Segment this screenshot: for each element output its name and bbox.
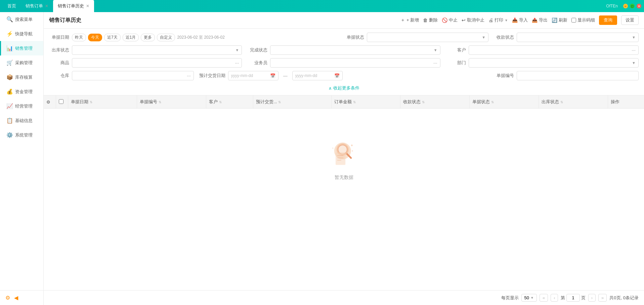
tab-sales-order[interactable]: 销售订单 ✕ [21, 0, 53, 12]
filter-row-2: 出库状态 ▼ 完成状态 ▼ 客户 ··· [49, 45, 639, 55]
collapse-up-icon: ∧ [329, 86, 332, 91]
display-cols-checkbox[interactable] [571, 18, 576, 23]
date-btn-custom[interactable]: 自定义 [157, 34, 175, 41]
date-btn-yesterday[interactable]: 昨天 [72, 34, 86, 41]
refresh-button[interactable]: 🔄 刷新 [552, 17, 567, 23]
new-icon: ＋ [400, 17, 405, 23]
expected-date-end-placeholder: yyyy-mm-dd [295, 73, 317, 78]
print-button[interactable]: 🖨 打印 ▼ [488, 17, 508, 23]
svg-point-10 [332, 148, 333, 149]
import-button[interactable]: 📥 导入 [512, 17, 528, 23]
first-page-button[interactable]: « [540, 294, 548, 302]
sidebar-item-basic-info[interactable]: 📋 基础信息 [0, 113, 43, 128]
date-btn-more[interactable]: 更多 [141, 34, 155, 41]
sidebar-item-finance[interactable]: 💰 资金管理 [0, 84, 43, 99]
last-page-button[interactable]: » [598, 294, 607, 302]
calendar-end-icon: 📅 [334, 73, 340, 78]
collapse-more-btn[interactable]: ∧ 收起更多条件 [49, 84, 639, 91]
minimize-button[interactable]: − [623, 4, 628, 8]
out-status-select[interactable]: ▼ [72, 45, 242, 55]
goods-dots: ··· [235, 60, 239, 66]
goods-input[interactable]: ··· [72, 58, 242, 68]
sort-delivery-icon: ⇅ [278, 100, 281, 104]
out-status-arrow: ▼ [235, 48, 239, 52]
pagination-bar: 每页显示 50 ▼ « ‹ 第 页 › » 共0页, 0条记录 [44, 290, 644, 305]
top-bar-right: OfTEn − □ ✕ [606, 4, 641, 8]
dept-select[interactable]: ▼ [469, 58, 639, 68]
col-out-status[interactable]: 出库状态 ⇅ [539, 96, 608, 109]
tab-home[interactable]: 首页 [3, 0, 21, 12]
checkbox-col-header[interactable] [56, 96, 68, 109]
expected-date-start-placeholder: yyyy-mm-dd [231, 73, 253, 78]
page-header: 销售订单历史 ＋ + 新增 🗑 删除 🚫 中止 ↩ [44, 12, 644, 29]
receipt-status-select[interactable]: ▼ [517, 33, 639, 42]
col-amount[interactable]: 订单金额 ⇅ [331, 96, 400, 109]
tab-sales-history[interactable]: 销售订单历史 ✕ [53, 0, 94, 12]
select-all-checkbox[interactable] [59, 99, 63, 104]
page-number-input[interactable] [566, 294, 580, 302]
print-icon: 🖨 [488, 17, 493, 23]
sidebar-item-purchase[interactable]: 🛒 采购管理 [0, 55, 43, 70]
complete-status-arrow: ▼ [434, 48, 437, 52]
col-bill-status[interactable]: 单据状态 ⇅ [470, 96, 539, 109]
sidebar-item-sales[interactable]: 📊 销售管理 [0, 41, 43, 55]
new-button[interactable]: ＋ + 新增 [400, 17, 419, 23]
sidebar-item-inventory[interactable]: 📦 库存核算 [0, 70, 43, 84]
import-icon: 📥 [512, 17, 518, 23]
sidebar-bottom: ⚙ ◀ [0, 290, 43, 305]
col-customer[interactable]: 客户 ⇅ [206, 96, 253, 109]
svg-point-9 [351, 145, 352, 146]
page-title: 销售订单历史 [49, 17, 81, 24]
page-info: 第 页 [561, 294, 585, 302]
customer-input[interactable]: ··· [469, 45, 639, 55]
col-actions: 操作 [608, 96, 644, 109]
bill-status-select[interactable]: ▼ [367, 33, 489, 42]
display-cols-checkbox-label[interactable]: 显示码细 [571, 17, 595, 23]
expected-date-end[interactable]: yyyy-mm-dd 📅 [292, 71, 343, 80]
maximize-button[interactable]: □ [630, 4, 635, 8]
export-button[interactable]: 📤 导出 [532, 17, 548, 23]
tab-bar: 首页 销售订单 ✕ 销售订单历史 ✕ [3, 0, 606, 12]
sidebar-item-system[interactable]: ⚙️ 系统管理 [0, 128, 43, 142]
sidebar-item-search[interactable]: 🔍 搜索菜单 [0, 12, 43, 27]
warehouse-input[interactable]: ··· [72, 71, 194, 80]
close-tab-history-icon[interactable]: ✕ [86, 4, 89, 8]
page-size-label: 每页显示 [501, 295, 519, 301]
settings-button[interactable]: 设置 [621, 15, 639, 25]
collapse-sidebar-icon[interactable]: ◀ [14, 295, 18, 301]
sidebar-item-operations[interactable]: 📈 经营管理 [0, 99, 43, 113]
complete-status-select[interactable]: ▼ [270, 45, 440, 55]
system-icon: ⚙️ [6, 132, 12, 138]
page-size-select[interactable]: 50 ▼ [521, 294, 537, 302]
dept-arrow: ▼ [632, 61, 636, 65]
expected-date-label: 预计交货日期 [199, 73, 225, 79]
page-content: 销售订单历史 ＋ + 新增 🗑 删除 🚫 中止 ↩ [44, 12, 644, 305]
salesperson-input[interactable]: ··· [270, 58, 440, 68]
table-settings-icon[interactable]: ⚙ [46, 100, 50, 105]
stop-button[interactable]: 🚫 中止 [442, 17, 458, 23]
date-btn-today[interactable]: 今天 [88, 34, 102, 41]
col-expected-delivery[interactable]: 预计交货... ⇅ [253, 96, 331, 109]
settings-col-header[interactable]: ⚙ [44, 96, 56, 109]
filter-receipt-status-item: 收款状态 ▼ [494, 33, 639, 42]
query-button[interactable]: 查询 [599, 15, 617, 25]
next-page-button[interactable]: › [588, 294, 596, 302]
expected-date-start[interactable]: yyyy-mm-dd 📅 [228, 71, 278, 80]
prev-page-button[interactable]: ‹ [551, 294, 558, 302]
stop-icon: 🚫 [442, 17, 447, 23]
filter-area: 单据日期 昨天 今天 近7天 近1月 更多 自定义 2023-06-02 至 2… [44, 29, 644, 96]
col-bill-no[interactable]: 单据编号 ⇅ [137, 96, 206, 109]
settings-bottom-icon[interactable]: ⚙ [5, 295, 10, 301]
date-btn-7days[interactable]: 近7天 [104, 34, 121, 41]
close-window-button[interactable]: ✕ [637, 4, 641, 8]
col-receipt-status[interactable]: 收款状态 ⇅ [400, 96, 470, 109]
col-date[interactable]: 单据日期 ⇅ [68, 96, 137, 109]
sidebar-item-quick-nav[interactable]: ⚡ 快捷导航 [0, 27, 43, 41]
close-tab-sales-order-icon[interactable]: ✕ [45, 4, 48, 8]
bill-no-input[interactable] [517, 71, 639, 80]
export-icon: 📤 [532, 17, 538, 23]
delete-button[interactable]: 🗑 删除 [423, 17, 438, 23]
date-btn-1month[interactable]: 近1月 [123, 34, 139, 41]
cancel-stop-button[interactable]: ↩ 取消中止 [462, 17, 484, 23]
sort-receipt-icon: ⇅ [422, 100, 425, 104]
